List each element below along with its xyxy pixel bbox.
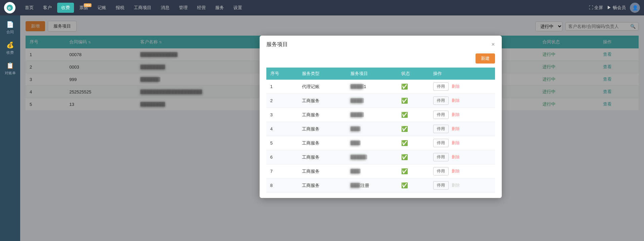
nav-manage[interactable]: 管理 (175, 3, 192, 13)
member-btn[interactable]: ▶ 畅会员 (607, 5, 626, 11)
modal-cell-seq: 5 (266, 136, 298, 150)
modal-cell-type: 工商服务 (298, 122, 346, 136)
nav-baoshui[interactable]: 报税 (112, 3, 128, 13)
modal-cell-action: 停用 删除 (429, 94, 495, 108)
top-nav-right: ⛶ 全屏 ▶ 畅会员 👤 (589, 3, 640, 13)
duizhangdan-icon: 📋 (6, 62, 14, 69)
modal-cell-seq: 7 (266, 164, 298, 178)
nav-home[interactable]: 首页 (21, 3, 38, 13)
logo: ✿ (4, 2, 15, 13)
stop-button[interactable]: 停用 (433, 125, 449, 133)
modal-cell-status: ✅ (397, 122, 429, 136)
stop-button[interactable]: 停用 (433, 111, 449, 119)
modal-cell-action: 停用 删除 (429, 80, 495, 94)
stop-button[interactable]: 停用 (433, 167, 449, 175)
nav-piaoju[interactable]: 票据 new (75, 3, 92, 13)
nav-shoufei[interactable]: 收费 (57, 3, 74, 13)
modal-cell-item: ███ (346, 136, 397, 150)
modal-table-row: 1 代理记账 ████1 ✅ 停用 删除 (266, 80, 495, 94)
modal-table-row: 6 工商服务 █████ ✅ 停用 删除 (266, 150, 495, 164)
stop-button[interactable]: 停用 (433, 96, 449, 105)
sidebar-item-label: 对账单 (5, 71, 16, 76)
hetong-icon: 📄 (6, 21, 14, 28)
modal-cell-status: ✅ (397, 108, 429, 122)
modal-title: 服务项目 (266, 41, 288, 48)
modal-col-item: 服务项目 (346, 68, 397, 80)
modal-cell-status: ✅ (397, 80, 429, 94)
delete-button[interactable]: 删除 (452, 139, 460, 147)
modal-body: 新建 序号 服务类型 服务项目 状态 操作 1 (260, 51, 502, 198)
delete-button[interactable]: 删除 (452, 182, 460, 189)
modal-cell-item: ████ (346, 94, 397, 108)
modal-cell-type: 工商服务 (298, 94, 346, 108)
modal-cell-action: 停用 删除 (429, 108, 495, 122)
main-layout: 📄 合同 💰 收费 📋 对账单 新增 服务项目 进行中 全部 已终止 (0, 15, 644, 241)
modal-cell-seq: 2 (266, 94, 298, 108)
modal-header: 服务项目 × (260, 36, 502, 51)
modal-table-header: 序号 服务类型 服务项目 状态 操作 (266, 68, 495, 80)
modal-col-status: 状态 (397, 68, 429, 80)
modal-cell-action: 停用 删除 (429, 178, 495, 193)
modal-cell-seq: 3 (266, 108, 298, 122)
delete-button[interactable]: 删除 (452, 153, 460, 161)
modal-close-button[interactable]: × (491, 41, 495, 48)
modal-cell-type: 工商服务 (298, 108, 346, 122)
svg-text:✿: ✿ (8, 6, 11, 10)
delete-button[interactable]: 删除 (452, 97, 460, 105)
modal-col-seq: 序号 (266, 68, 298, 80)
service-table: 序号 服务类型 服务项目 状态 操作 1 代理记账 ████1 ✅ (266, 68, 495, 193)
modal-cell-action: 停用 删除 (429, 136, 495, 150)
modal-toolbar: 新建 (266, 53, 495, 64)
modal-table-row: 8 工商服务 ███注册 ✅ 停用 删除 (266, 178, 495, 193)
delete-button[interactable]: 删除 (452, 111, 460, 119)
modal-cell-action: 停用 删除 (429, 122, 495, 136)
nav-service[interactable]: 服务 (211, 3, 228, 13)
avatar[interactable]: 👤 (630, 3, 640, 13)
modal-cell-type: 工商服务 (298, 164, 346, 178)
modal-col-type: 服务类型 (298, 68, 346, 80)
delete-button[interactable]: 删除 (452, 83, 460, 90)
sidebar-item-shoufei[interactable]: 💰 收费 (1, 39, 19, 58)
nav-jizhang[interactable]: 记账 (93, 3, 110, 13)
modal-cell-seq: 6 (266, 150, 298, 164)
modal-cell-item: ████1 (346, 80, 397, 94)
modal-cell-type: 工商服务 (298, 136, 346, 150)
modal-new-button[interactable]: 新建 (476, 53, 495, 64)
nav-customer[interactable]: 客户 (39, 3, 56, 13)
modal-cell-action: 停用 删除 (429, 164, 495, 178)
sidebar-item-hetong[interactable]: 📄 合同 (1, 18, 19, 37)
modal-cell-seq: 1 (266, 80, 298, 94)
nav-jingying[interactable]: 经营 (193, 3, 210, 13)
modal-table-row: 3 工商服务 ████ ✅ 停用 删除 (266, 108, 495, 122)
modal-cell-seq: 8 (266, 178, 298, 193)
modal-cell-status: ✅ (397, 136, 429, 150)
stop-button[interactable]: 停用 (433, 82, 449, 91)
modal-cell-status: ✅ (397, 178, 429, 193)
modal-cell-item: ███ (346, 122, 397, 136)
nav-settings[interactable]: 设置 (229, 3, 246, 13)
sidebar-item-label: 合同 (6, 30, 14, 35)
fullscreen-btn[interactable]: ⛶ 全屏 (589, 5, 603, 11)
stop-button[interactable]: 停用 (433, 181, 449, 190)
sidebar-item-duizhangdan[interactable]: 📋 对账单 (1, 59, 19, 78)
modal-cell-item: ███注册 (346, 178, 397, 193)
service-items-modal: 服务项目 × 新建 序号 服务类型 服务项目 状态 操作 (260, 36, 502, 198)
modal-cell-action: 停用 删除 (429, 150, 495, 164)
delete-button[interactable]: 删除 (452, 167, 460, 175)
modal-cell-status: ✅ (397, 164, 429, 178)
delete-button[interactable]: 删除 (452, 125, 460, 133)
modal-cell-item: █████ (346, 150, 397, 164)
modal-table-row: 2 工商服务 ████ ✅ 停用 删除 (266, 94, 495, 108)
modal-table-row: 7 工商服务 ███ ✅ 停用 删除 (266, 164, 495, 178)
modal-cell-status: ✅ (397, 150, 429, 164)
modal-cell-item: ███ (346, 164, 397, 178)
nav-menu: 首页 客户 收费 票据 new 记账 报税 工商项目 消息 管理 经营 服务 设… (21, 3, 589, 13)
modal-cell-type: 工商服务 (298, 178, 346, 193)
nav-gongshang[interactable]: 工商项目 (130, 3, 155, 13)
stop-button[interactable]: 停用 (433, 153, 449, 161)
stop-button[interactable]: 停用 (433, 139, 449, 147)
modal-cell-type: 工商服务 (298, 150, 346, 164)
top-navigation: ✿ 首页 客户 收费 票据 new 记账 报税 工商项目 消息 管理 经营 服务… (0, 0, 644, 15)
sidebar-item-label: 收费 (6, 50, 14, 55)
nav-message[interactable]: 消息 (157, 3, 174, 13)
